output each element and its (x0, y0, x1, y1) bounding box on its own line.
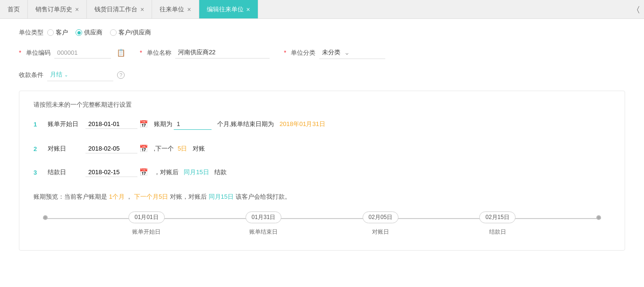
preview-part3: 同月15日 (209, 193, 234, 200)
row-2-cal-icon[interactable]: 📅 (139, 144, 148, 153)
setting-row-2: 2 对账日 📅 ,下一个 5日 对账 (34, 144, 610, 153)
radio-supplier-circle (76, 29, 82, 36)
preview-text: 账期预览：当前客户账期是 1个月 ， 下一个月5日 对账，对账后 同月15日 该… (34, 191, 610, 202)
unit-code-copy-icon[interactable]: 📋 (117, 49, 126, 57)
timeline-end-circle (596, 215, 601, 220)
timeline: 01月01日 账单开始日 01月31日 账单结束日 02月05日 对账日 (34, 211, 610, 236)
payment-condition-label: 收款条件 (19, 71, 43, 79)
timeline-end-dot (596, 211, 601, 220)
main-content: 单位类型 客户 供应商 客户/供应商 * 单位编码 (0, 19, 644, 287)
row-1-desc-suffix: 个月,账单结束日期为 (215, 120, 276, 128)
unit-classify-value: 未分类 (322, 48, 340, 57)
tab-edit-partner[interactable]: 编辑往来单位 × (199, 0, 258, 18)
timeline-date-2: 01月31日 (246, 211, 282, 223)
timeline-date-label-1: 01月01日 (135, 214, 159, 220)
row-1-num: 1 (34, 121, 48, 128)
radio-supplier-label: 供应商 (84, 28, 102, 37)
row-1-desc-prefix: 账期为 (152, 120, 174, 128)
unit-name-required: * (140, 49, 142, 56)
unit-name-input[interactable] (175, 47, 270, 59)
tab-edit-partner-label: 编辑往来单位 (207, 5, 244, 14)
timeline-date-label-3: 02月05日 (369, 214, 393, 220)
payment-condition-value: 月结 (50, 70, 62, 79)
payment-condition-row: 收款条件 月结 ⌄ ? (19, 68, 625, 81)
row-2-date-input[interactable] (85, 144, 137, 153)
unit-code-label: 单位编码 (26, 49, 51, 57)
unit-classify-label: 单位分类 (291, 49, 315, 57)
timeline-sub-4: 结款日 (489, 228, 506, 236)
unit-code-input[interactable] (54, 47, 111, 59)
preview-end: 该客户会给我打款。 (236, 193, 291, 200)
unit-info-row: * 单位编码 📋 * 单位名称 * 单位分类 未分类 ⌄ (19, 46, 625, 59)
tab-sales-history-label: 销售订单历史 (35, 5, 72, 14)
row-3-num: 3 (34, 169, 48, 176)
section-title: 请按照未来的一个完整帐期进行设置 (34, 101, 610, 109)
radio-customer-circle (47, 29, 54, 36)
row-1-cal-icon[interactable]: 📅 (139, 120, 148, 128)
tab-expand-button[interactable]: 〈 (632, 0, 644, 18)
unit-name-group: * 单位名称 (140, 47, 270, 59)
tab-cash-clear[interactable]: 钱货日清工作台 × (87, 0, 152, 18)
row-1-period-input[interactable] (174, 118, 212, 130)
tab-sales-history[interactable]: 销售订单历史 × (28, 0, 87, 18)
timeline-sub-3: 对账日 (372, 228, 389, 236)
tab-edit-partner-close[interactable]: × (246, 6, 250, 13)
timeline-date-4: 02月15日 (479, 211, 516, 223)
radio-customer-supplier-label: 客户/供应商 (119, 28, 151, 37)
row-1-highlight: 2018年01月31日 (280, 120, 325, 128)
row-1-date-input[interactable] (85, 119, 137, 129)
setting-row-3: 3 结款日 📅 ，对账后 同月15日 结款 (34, 168, 610, 177)
row-2-desc-prefix: ,下一个 (152, 144, 174, 153)
timeline-date-3: 02月05日 (363, 211, 399, 223)
radio-customer-label: 客户 (56, 28, 68, 37)
preview-label: 账期预览：当前客户账期是 (34, 193, 107, 200)
radio-customer-supplier-circle (110, 29, 117, 36)
timeline-sub-2: 账单结束日 (249, 228, 278, 236)
timeline-start-circle (43, 215, 48, 220)
timeline-date-1: 01月01日 (128, 211, 165, 223)
payment-condition-select[interactable]: 月结 ⌄ (47, 68, 113, 81)
row-3-cal-icon[interactable]: 📅 (139, 168, 148, 177)
row-3-desc-suffix: 结款 (213, 168, 227, 177)
tab-cash-clear-close[interactable]: × (140, 6, 144, 13)
preview-part1: 1个月 (109, 193, 125, 200)
row-1-type: 账单开始日 (48, 120, 85, 128)
tab-home[interactable]: 首页 (0, 0, 28, 18)
preview-comma1: ， (126, 193, 132, 200)
timeline-point-4: 02月15日 结款日 (479, 211, 516, 236)
row-3-date-input[interactable] (85, 168, 137, 177)
help-icon[interactable]: ? (117, 71, 125, 79)
row-3-highlight: 同月15日 (184, 168, 209, 177)
period-setting-section: 请按照未来的一个完整帐期进行设置 1 账单开始日 📅 账期为 个月,账单结束日期… (19, 91, 625, 251)
radio-supplier[interactable]: 供应商 (76, 28, 102, 37)
tab-bar: 首页 销售订单历史 × 钱货日清工作台 × 往来单位 × 编辑往来单位 × 〈 (0, 0, 644, 19)
preview-part2: 下一个月5日 (134, 193, 168, 200)
tab-sales-history-close[interactable]: × (75, 6, 79, 13)
setting-row-1: 1 账单开始日 📅 账期为 个月,账单结束日期为 2018年01月31日 (34, 118, 610, 130)
tab-partner-label: 往来单位 (160, 5, 184, 14)
unit-code-required: * (19, 49, 21, 56)
unit-classify-group: * 单位分类 未分类 ⌄ (284, 46, 385, 59)
unit-name-label: 单位名称 (147, 49, 171, 57)
radio-customer-supplier[interactable]: 客户/供应商 (110, 28, 151, 37)
timeline-point-2: 01月31日 账单结束日 (246, 211, 282, 236)
row-2-num: 2 (34, 145, 48, 152)
timeline-date-label-4: 02月15日 (485, 214, 509, 220)
tab-partner[interactable]: 往来单位 × (152, 0, 199, 18)
row-2-type: 对账日 (48, 144, 85, 153)
tab-partner-close[interactable]: × (187, 6, 191, 13)
unit-classify-required: * (284, 49, 286, 56)
timeline-sub-1: 账单开始日 (132, 228, 161, 236)
tab-home-label: 首页 (8, 5, 20, 14)
timeline-point-1: 01月01日 账单开始日 (128, 211, 165, 236)
row-2-highlight: 5日 (178, 144, 187, 153)
unit-classify-select[interactable]: 未分类 ⌄ (319, 46, 385, 59)
timeline-items: 01月01日 账单开始日 01月31日 账单结束日 02月05日 对账日 (43, 211, 601, 236)
unit-type-row: 单位类型 客户 供应商 客户/供应商 (19, 28, 625, 37)
unit-code-group: * 单位编码 📋 (19, 47, 126, 59)
radio-customer[interactable]: 客户 (47, 28, 68, 37)
tab-cash-clear-label: 钱货日清工作台 (94, 5, 137, 14)
unit-type-group: 单位类型 客户 供应商 客户/供应商 (19, 28, 151, 37)
row-3-type: 结款日 (48, 168, 85, 177)
row-3-desc-prefix: ，对账后 (152, 168, 180, 177)
